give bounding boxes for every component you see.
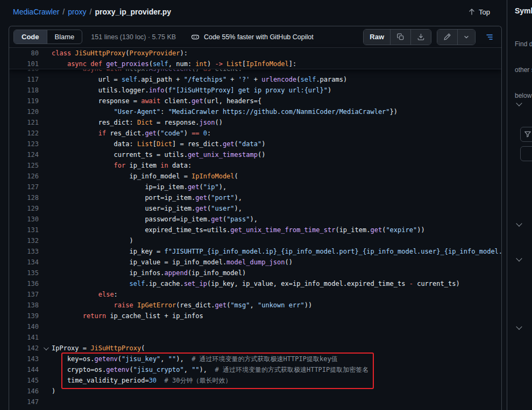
- symbols-outline-icon: [485, 33, 494, 41]
- code-token: return: [83, 312, 106, 320]
- symbols-filter-button[interactable]: [520, 127, 532, 142]
- code-token: 0: [203, 130, 207, 137]
- download-icon: [417, 33, 425, 41]
- line-number[interactable]: 125: [9, 160, 39, 171]
- line-number[interactable]: 134: [9, 257, 39, 268]
- back-to-top-button[interactable]: Top: [467, 8, 490, 16]
- line-number[interactable]: 145: [9, 375, 39, 386]
- download-raw-button[interactable]: [410, 30, 431, 45]
- code-blame-segmented-control: Code Blame: [13, 30, 82, 44]
- copy-raw-button[interactable]: [390, 30, 410, 45]
- line-number[interactable]: 127: [9, 182, 39, 192]
- code-token: = response.: [153, 119, 200, 126]
- code-line-134: 134 ip_value = ip_info_model.model_dump_…: [9, 257, 501, 268]
- symbol-group-chevron-icon[interactable]: [516, 220, 522, 226]
- line-gutter: [39, 182, 52, 192]
- line-number[interactable]: 136: [9, 278, 39, 289]
- line-number[interactable]: 123: [9, 139, 39, 149]
- code-token: JiSuHttpProxy: [75, 49, 125, 57]
- line-number[interactable]: 130: [9, 214, 39, 225]
- code-token: getenv: [106, 366, 129, 373]
- code-token: get_unix_time_from_time_str: [230, 226, 335, 234]
- tab-code[interactable]: Code: [14, 30, 47, 44]
- line-number[interactable]: 119: [9, 96, 39, 106]
- code-line-80: 80class JiSuHttpProxy(ProxyProvider):: [9, 48, 501, 59]
- code-token: ProxyProvider: [130, 49, 180, 57]
- breadcrumb-repo-link[interactable]: MediaCrawler: [13, 8, 59, 16]
- code-token: [52, 312, 83, 320]
- line-number[interactable]: 80: [9, 48, 39, 59]
- code-line-142: 142IpProxy = JiSuHttpProxy(: [9, 343, 501, 354]
- code-token: get: [215, 301, 226, 309]
- breadcrumb-folder-link[interactable]: proxy: [68, 8, 86, 16]
- line-number[interactable]: 135: [9, 268, 39, 278]
- line-number[interactable]: 143: [9, 354, 39, 364]
- line-gutter: [39, 59, 52, 69]
- line-number[interactable]: 121: [9, 117, 39, 128]
- code-token: :: [160, 108, 168, 116]
- code-token: res_dict:: [52, 119, 137, 126]
- code-token: current_ts): [413, 280, 460, 287]
- line-number[interactable]: 133: [9, 246, 39, 257]
- line-number[interactable]: 141: [9, 332, 39, 343]
- line-gutter: [39, 214, 52, 225]
- line-number[interactable]: 122: [9, 128, 39, 139]
- code-token: (res_dict.: [176, 301, 215, 309]
- line-number[interactable]: 132: [9, 235, 39, 246]
- line-number[interactable]: 128: [9, 192, 39, 203]
- line-number[interactable]: 138: [9, 300, 39, 311]
- line-number[interactable]: 120: [9, 106, 39, 117]
- code-token: if: [98, 130, 106, 137]
- code-token: get: [223, 140, 235, 148]
- line-number[interactable]: 118: [9, 85, 39, 96]
- line-number[interactable]: 129: [9, 203, 39, 214]
- symbols-panel-toggle-button[interactable]: [482, 30, 497, 45]
- line-gutter: [39, 300, 52, 311]
- code-token: [52, 130, 98, 137]
- raw-button[interactable]: Raw: [364, 30, 390, 45]
- code-token: async def: [67, 60, 106, 68]
- file-header: MediaCrawler / proxy / proxy_ip_provider…: [0, 0, 506, 24]
- fold-chevron-icon[interactable]: [39, 343, 52, 354]
- edit-button[interactable]: [437, 30, 457, 45]
- line-number[interactable]: 131: [9, 225, 39, 235]
- symbol-group-chevron-icon[interactable]: [516, 255, 522, 261]
- code-token: [: [153, 140, 157, 148]
- code-token: get: [211, 215, 223, 223]
- code-token: (: [125, 49, 129, 57]
- code-token: (): [285, 258, 292, 266]
- code-token: .api_path +: [137, 76, 184, 83]
- code-text: for ip_item in data:: [52, 160, 501, 171]
- breadcrumb-separator: /: [62, 8, 65, 16]
- code-token: ),: [235, 194, 242, 202]
- line-number[interactable]: 117: [9, 74, 39, 85]
- line-gutter: [39, 235, 52, 246]
- line-number[interactable]: 140: [9, 321, 39, 332]
- code-text: async def get_proxies(self, num: int) ->…: [52, 59, 501, 69]
- code-token: urlencode: [261, 76, 296, 83]
- line-number[interactable]: 139: [9, 311, 39, 321]
- raw-button-label: Raw: [370, 33, 384, 41]
- line-gutter: [39, 171, 52, 182]
- line-number[interactable]: 126: [9, 171, 39, 182]
- line-number[interactable]: 137: [9, 289, 39, 300]
- code-container: Code Blame 151 lines (130 loc) · 5.75 KB…: [9, 26, 502, 410]
- code-token: Dict: [137, 119, 153, 126]
- symbol-list-item[interactable]: [520, 146, 532, 161]
- code-token: (): [258, 151, 265, 159]
- symbol-group-chevron-icon[interactable]: [516, 323, 522, 329]
- line-number[interactable]: 144: [9, 364, 39, 375]
- line-number[interactable]: 142: [9, 343, 39, 354]
- line-number[interactable]: 124: [9, 149, 39, 160]
- line-number[interactable]: 146: [9, 386, 39, 397]
- code-text: utils.logger.info(f"[JiSuHttpProxy] get …: [52, 85, 501, 96]
- tab-blame[interactable]: Blame: [47, 30, 82, 44]
- code-line-141: 141: [9, 332, 501, 343]
- code-token: append: [165, 269, 188, 277]
- edit-dropdown-button[interactable]: [457, 30, 475, 45]
- symbols-description-line: below or in the code.: [515, 91, 532, 100]
- line-number[interactable]: 101: [9, 59, 39, 69]
- code-token: get_proxies: [106, 60, 148, 68]
- code-token: [52, 301, 114, 309]
- line-number[interactable]: 147: [9, 397, 39, 407]
